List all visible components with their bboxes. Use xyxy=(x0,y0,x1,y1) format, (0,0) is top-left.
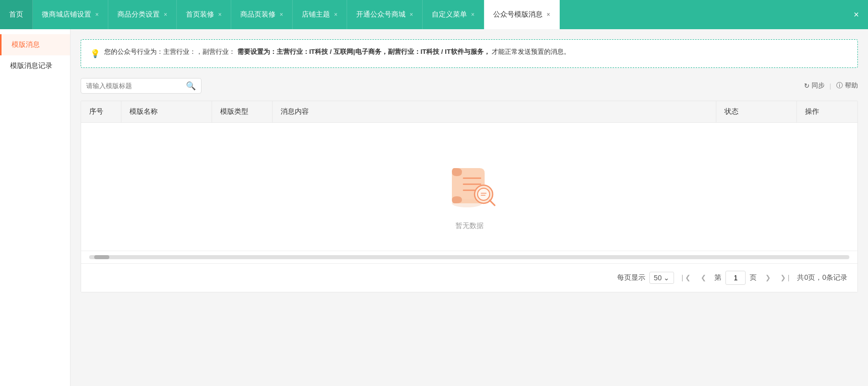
tab-shop-theme-label: 店铺主题 xyxy=(302,10,330,19)
tab-shop-setting[interactable]: 微商城店铺设置 × xyxy=(33,0,108,29)
notice-text-suffix: 才能正常发送预置的消息。 xyxy=(492,48,570,55)
tab-template-msg-label: 公众号模版消息 xyxy=(493,10,543,19)
tab-product-decor[interactable]: 商品页装修 × xyxy=(231,0,293,29)
scrollbar-thumb[interactable] xyxy=(94,255,109,259)
data-table: 序号 模版名称 模版类型 消息内容 状态 操作 xyxy=(81,101,858,292)
page-label-di: 第 xyxy=(714,273,721,282)
content-area: 💡 您的公众号行业为：主营行业：，副营行业： 需要设置为：主营行业：IT科技 /… xyxy=(71,29,868,386)
page-prev-button[interactable]: ❮ xyxy=(696,271,710,285)
notice-text-bold: 需要设置为：主营行业：IT科技 / 互联网|电子商务，副营行业：IT科技 / I… xyxy=(237,48,490,55)
tab-home-decor[interactable]: 首页装修 × xyxy=(177,0,231,29)
page-first-button[interactable]: ❘❮ xyxy=(678,271,692,285)
toolbar-right: ↻ 同步 | ⓘ 帮助 xyxy=(804,81,858,90)
tab-custom-menu-close[interactable]: × xyxy=(471,11,475,18)
empty-icon xyxy=(439,153,500,213)
tab-custom-menu-label: 自定义菜单 xyxy=(432,10,467,19)
col-type: 模版类型 xyxy=(212,101,273,122)
page-last-button[interactable]: ❯❘ xyxy=(779,271,793,285)
page-size-label: 每页显示 xyxy=(617,273,645,282)
sync-label: 同步 xyxy=(812,81,825,90)
sidebar-item-template-msg-label: 模版消息 xyxy=(12,40,40,48)
page-size-select[interactable]: 50 ⌄ xyxy=(649,272,675,284)
page-total: 共0页，0条记录 xyxy=(797,273,847,282)
sync-button[interactable]: ↻ 同步 xyxy=(804,81,825,90)
col-seq: 序号 xyxy=(81,101,121,122)
col-name: 模版名称 xyxy=(121,101,212,122)
notice-icon: 💡 xyxy=(90,47,100,60)
notice-text: 您的公众号行业为：主营行业：，副营行业： 需要设置为：主营行业：IT科技 / 互… xyxy=(104,47,570,57)
col-status: 状态 xyxy=(716,101,797,122)
tab-shop-setting-label: 微商城店铺设置 xyxy=(42,10,91,19)
pagination: 每页显示 50 ⌄ ❘❮ ❮ 第 1 页 ❯ ❯❘ 共0页，0条记录 xyxy=(81,263,857,292)
tab-home-decor-label: 首页装修 xyxy=(186,10,214,19)
help-label: 帮助 xyxy=(845,81,858,90)
tab-bar: 首页 微商城店铺设置 × 商品分类设置 × 首页装修 × 商品页装修 × 店铺主… xyxy=(0,0,868,29)
search-input-wrap: 🔍 xyxy=(81,78,202,94)
help-icon: ⓘ xyxy=(836,81,843,90)
sync-icon: ↻ xyxy=(804,82,810,90)
sidebar-item-template-msg-record[interactable]: 模版消息记录 xyxy=(0,55,70,76)
toolbar-divider: | xyxy=(830,82,831,90)
close-all-button[interactable]: × xyxy=(844,0,868,29)
tab-shop-setting-close[interactable]: × xyxy=(95,11,99,18)
page-size-arrow-icon: ⌄ xyxy=(663,274,670,282)
tab-template-msg-close[interactable]: × xyxy=(547,11,550,18)
sidebar: 模版消息 模版消息记录 xyxy=(0,29,71,386)
notice-text-prefix: 您的公众号行业为：主营行业：，副营行业： xyxy=(104,48,235,55)
tab-home-decor-close[interactable]: × xyxy=(218,11,222,18)
page-number-input[interactable]: 1 xyxy=(725,271,746,285)
tab-home[interactable]: 首页 xyxy=(0,0,33,29)
tab-custom-menu[interactable]: 自定义菜单 × xyxy=(423,0,484,29)
tab-shop-theme-close[interactable]: × xyxy=(334,11,338,18)
sidebar-item-template-msg-record-label: 模版消息记录 xyxy=(10,61,52,69)
tab-template-msg[interactable]: 公众号模版消息 × xyxy=(484,0,560,29)
tab-shop-theme[interactable]: 店铺主题 × xyxy=(293,0,347,29)
scrollbar-track[interactable] xyxy=(89,255,849,259)
search-input[interactable] xyxy=(86,82,186,90)
tab-home-label: 首页 xyxy=(9,10,23,19)
page-size-value: 50 xyxy=(654,274,662,282)
notice-box: 💡 您的公众号行业为：主营行业：，副营行业： 需要设置为：主营行业：IT科技 /… xyxy=(81,39,858,68)
main-layout: 模版消息 模版消息记录 💡 您的公众号行业为：主营行业：，副营行业： 需要设置为… xyxy=(0,29,868,386)
help-button[interactable]: ⓘ 帮助 xyxy=(836,81,858,90)
tab-category-setting-label: 商品分类设置 xyxy=(117,10,160,19)
tab-product-decor-close[interactable]: × xyxy=(280,11,283,18)
scrollbar-area xyxy=(81,251,857,263)
svg-line-6 xyxy=(490,200,495,205)
page-unit: 页 xyxy=(750,273,757,282)
search-bar: 🔍 ↻ 同步 | ⓘ 帮助 xyxy=(81,78,858,94)
tab-product-decor-label: 商品页装修 xyxy=(240,10,276,19)
table-header: 序号 模版名称 模版类型 消息内容 状态 操作 xyxy=(81,101,857,123)
col-content: 消息内容 xyxy=(273,101,716,122)
tab-open-mall-close[interactable]: × xyxy=(410,11,413,18)
empty-state: 暂无数据 xyxy=(81,123,857,251)
sidebar-item-template-msg[interactable]: 模版消息 xyxy=(0,34,70,55)
tab-open-mall-label: 开通公众号商城 xyxy=(356,10,406,19)
close-all-icon: × xyxy=(853,10,859,20)
tab-open-mall[interactable]: 开通公众号商城 × xyxy=(347,0,423,29)
search-icon[interactable]: 🔍 xyxy=(186,81,196,91)
page-next-button[interactable]: ❯ xyxy=(761,271,775,285)
tab-category-setting-close[interactable]: × xyxy=(164,11,167,18)
empty-text: 暂无数据 xyxy=(455,221,484,230)
col-action: 操作 xyxy=(797,101,857,122)
tab-category-setting[interactable]: 商品分类设置 × xyxy=(108,0,177,29)
svg-point-5 xyxy=(478,188,490,200)
